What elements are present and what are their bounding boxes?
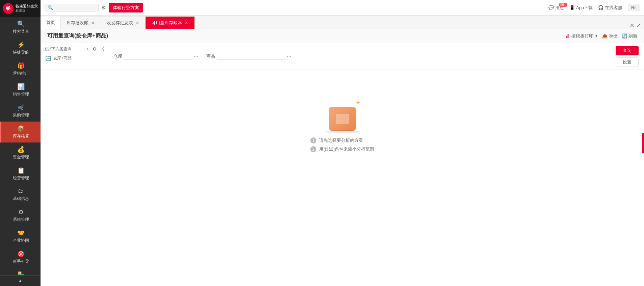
expand-tabs-btn[interactable]: ⤢ [636,22,641,29]
gear-icon: ⚙ [18,208,24,216]
close-all-tabs-btn[interactable]: ✕ [630,22,634,29]
tab-receive-summary[interactable]: 收发存汇总表 ✕ [101,17,146,29]
sidebar-item-operation[interactable]: 📋 经营管理 [0,163,41,184]
search-icon: 🔍 [48,5,53,10]
add-scheme-btn[interactable]: ＋ [84,46,91,52]
tabbar: 首页 库存批次账 ✕ 收发存汇总表 ✕ 可用量库存账本 ✕ ✕ ⤢ [41,16,644,29]
query-actions: 查询 设置 [610,43,644,70]
batch-account-tab-label: 库存批次账 [67,20,88,26]
sidebar-item-shortcut[interactable]: ⚡ 快捷导航 [0,38,41,59]
sidebar-item-newbie[interactable]: 🎯 新手引导 [0,247,41,268]
online-service-label: 在线客服 [605,5,622,11]
sidebar-item-label: 企业协同 [13,238,29,243]
cart-icon: 🛒 [17,104,25,111]
hint-number-1: 1 [310,137,316,144]
scheme-icon: 🔄 [45,56,51,61]
empty-illustration: ✦ [322,97,363,131]
sidebar-item-label: 基础信息 [13,196,29,202]
tab-batch-account[interactable]: 库存批次账 ✕ [61,17,101,29]
industry-btn[interactable]: 体验行业方案 [109,3,143,12]
chart-icon: 📊 [17,83,25,90]
gift-icon: 🎁 [17,62,25,70]
warehouse-input[interactable] [124,53,192,60]
target-icon: 🎯 [17,250,25,258]
headset-icon: 🎧 [598,5,603,10]
empty-shadow [326,130,359,133]
sidebar-item-system[interactable]: ⚙ 系统管理 [0,205,41,226]
tab-available-inventory[interactable]: 可用量库存账本 ✕ [146,17,195,29]
sidebar-item-label: 搜索菜单 [13,29,29,34]
sidebar-item-enterprise[interactable]: 🤝 企业协同 [0,226,41,247]
sidebar-nav: 🔍 搜索菜单 ⚡ 快捷导航 🎁 营销推广 📊 销售管理 🛒 采购管理 📦 库存核… [0,17,41,275]
tabbar-actions: ✕ ⤢ [626,22,644,29]
settings-icon-btn[interactable]: ⚙ [101,4,106,11]
topbar: 🔍 ⚙ 体验行业方案 💬 消息 99+ 📱 App下载 🎧 在线客服 Rit [41,0,644,16]
sidebar-item-label: 新手引导 [13,259,29,264]
page-title: 可用量查询(按仓库+商品) [47,32,108,40]
empty-hint-2: 2 用[过滤]条件来缩小分析范围 [310,146,374,152]
user-menu-btn[interactable]: Rit [628,4,640,11]
sidebar-header: 畅 畅康通好生意 标准版 [0,0,41,17]
search-box[interactable]: 🔍 [45,4,99,11]
sidebar-item-sales[interactable]: 📊 销售管理 [0,80,41,101]
sidebar-item-inventory[interactable]: 📦 库存核算 [0,122,41,142]
sidebar-bottom[interactable]: ▲ [0,275,41,286]
sidebar-item-finance[interactable]: 💰 资金管理 [0,142,41,163]
clipboard-icon: 📋 [17,167,25,174]
close-tab-receive-summary[interactable]: ✕ [135,21,140,25]
close-tab-available-inventory[interactable]: ✕ [184,21,189,25]
print-btn[interactable]: 🖨 按模板打印 ▼ [566,33,598,39]
sidebar-item-search[interactable]: 🔍 搜索菜单 [0,17,41,38]
product-filter: 商品 ··· [206,53,291,60]
app-download-btn[interactable]: 📱 App下载 [569,5,593,11]
filter-area: 按以下方案查询 ＋ ⚙ 《 🔄 仓库+商品 仓库 ··· [41,43,644,70]
collapse-scheme-btn[interactable]: 《 [99,46,105,52]
app-download-label: App下载 [576,5,593,11]
product-input[interactable] [217,53,285,60]
sidebar-item-label: 快捷导航 [13,50,29,55]
scheme-item-label: 仓库+商品 [53,55,72,61]
content-area: 可用量查询(按仓库+商品) 🖨 按模板打印 ▼ 📤 导出 🔄 刷新 [41,29,644,286]
app-version: 标准版 [16,8,38,13]
print-label: 按模板打印 [571,33,593,39]
home-tab-label: 首页 [46,20,55,26]
sidebar-item-marketing[interactable]: 🎁 营销推广 [0,59,41,80]
export-btn[interactable]: 📤 导出 [602,33,618,39]
sidebar-item-label: 采购管理 [13,112,29,118]
main-area: 🔍 ⚙ 体验行业方案 💬 消息 99+ 📱 App下载 🎧 在线客服 Rit [41,0,644,286]
close-tab-batch-account[interactable]: ✕ [91,21,95,25]
sidebar-item-label: 营销推广 [13,71,29,76]
scheme-item-warehouse-product[interactable]: 🔄 仓库+商品 [43,54,105,62]
folder-icon: 🗂 [18,188,24,195]
refresh-btn[interactable]: 🔄 刷新 [622,33,637,39]
empty-hints: 1 请先选择要分析的方案 2 用[过滤]条件来缩小分析范围 [310,137,374,152]
sidebar-item-purchase[interactable]: 🛒 采购管理 [0,101,41,122]
sidebar-item-basic[interactable]: 🗂 基础信息 [0,184,41,205]
chevron-down-icon: ▼ [595,34,598,38]
up-arrow-icon: ▲ [18,278,23,283]
message-btn[interactable]: 💬 消息 99+ [548,5,564,11]
empty-state: ✦ 1 请先选择要分析的方案 2 用[过滤]条件来缩小分析范围 [41,70,644,179]
hint-number-2: 2 [310,146,316,152]
filter-settings-btn[interactable]: 设置 [616,57,639,67]
app-name: 畅康通好生意 [16,4,38,8]
store-icon: 🏪 [17,271,25,275]
product-more-btn[interactable]: ··· [287,53,291,59]
sidebar: 畅 畅康通好生意 标准版 🔍 搜索菜单 ⚡ 快捷导航 🎁 营销推广 📊 销售管理… [0,0,41,286]
online-service-btn[interactable]: 🎧 在线客服 [598,5,622,11]
warehouse-more-btn[interactable]: ··· [194,53,198,59]
sidebar-item-appcenter[interactable]: 🏪 应用中心 [0,268,41,275]
scheme-actions: ＋ ⚙ 《 [84,46,105,52]
refresh-label: 刷新 [628,33,637,39]
edit-scheme-btn[interactable]: ⚙ [92,46,98,52]
query-btn[interactable]: 查询 [616,46,639,55]
available-inventory-tab-label: 可用量库存账本 [151,20,182,26]
refresh-icon: 🔄 [622,33,627,38]
sidebar-item-label: 经营管理 [13,175,29,181]
scheme-panel: 按以下方案查询 ＋ ⚙ 《 🔄 仓库+商品 [41,43,108,70]
search-input[interactable] [54,5,96,10]
tab-home[interactable]: 首页 [41,17,61,29]
export-icon: 📤 [602,33,608,38]
sidebar-item-label: 销售管理 [13,92,29,97]
box-icon: 📦 [17,125,25,132]
